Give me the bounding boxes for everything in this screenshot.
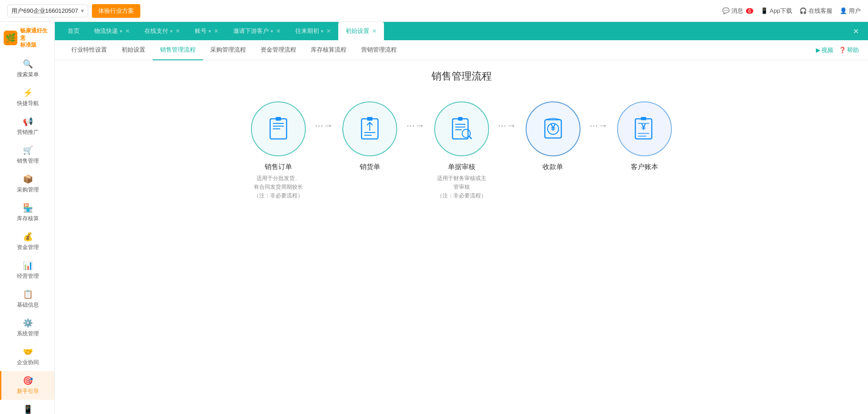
headset-icon: 🎧 xyxy=(799,7,807,14)
app-download-item[interactable]: 📱 App下载 xyxy=(761,7,792,15)
sidebar-label-marketing-promo: 营销推广 xyxy=(17,128,39,136)
sidebar-label-enterprise-coop: 企业协同 xyxy=(17,359,39,366)
account-close-icon[interactable]: ✕ xyxy=(214,28,218,34)
svg-rect-9 xyxy=(367,117,373,121)
nav-tab-initial-setup[interactable]: 初始设置 ✕ xyxy=(338,22,384,40)
initial-setup-close-icon[interactable]: ✕ xyxy=(372,28,377,34)
sidebar-item-marketing-promo[interactable]: 📢 营销推广 xyxy=(0,112,54,141)
sidebar-label-system-mgmt: 系统管理 xyxy=(17,330,39,338)
flow-step-sales-order-desc: 适用于分批发货、有合同发货周期较长（注：非必要流程） xyxy=(254,174,303,201)
sidebar-label-business-mgmt: 经营管理 xyxy=(17,272,39,280)
invite-arrow-icon: ▾ xyxy=(271,28,273,34)
nav-tab-period-initial[interactable]: 往来期初 ▾ ✕ xyxy=(288,22,338,40)
sidebar-item-purchase-mgmt[interactable]: 📦 采购管理 xyxy=(0,170,54,198)
nav-bar-close-btn[interactable]: ✕ xyxy=(849,27,863,36)
content-area: 首页 物流快递 ▾ ✕ 在线支付 ▾ ✕ 账号 ▾ ✕ 邀请下游客户 ▾ ✕ xyxy=(55,22,868,414)
help-action[interactable]: ❓ 帮助 xyxy=(839,46,859,54)
flow-step-receipt[interactable]: ¥ 收款单 xyxy=(517,101,590,174)
top-bar: 用户690企业1660120507 ▾ 体验行业方案 💬 消息 6 📱 App下… xyxy=(0,0,868,22)
sidebar-item-business-mgmt[interactable]: 📊 经营管理 xyxy=(0,256,54,285)
svg-rect-24 xyxy=(641,117,646,120)
sub-tab-inventory-flow-label: 库存核算流程 xyxy=(311,46,346,54)
online-service-label: 在线客服 xyxy=(809,7,832,15)
nav-tab-payment[interactable]: 在线支付 ▾ ✕ xyxy=(137,22,187,40)
system-mgmt-icon: ⚙️ xyxy=(23,318,33,328)
app-download-label: App下载 xyxy=(770,7,792,15)
period-close-icon[interactable]: ✕ xyxy=(326,28,331,34)
sub-tab-purchase-flow[interactable]: 采购管理流程 xyxy=(203,40,253,60)
sidebar-item-sales-mgmt[interactable]: 🛒 销售管理 xyxy=(0,141,54,170)
help-label: 帮助 xyxy=(847,46,859,54)
logo-icon: 🌿 xyxy=(4,31,17,45)
user-selector[interactable]: 用户690企业1660120507 ▾ xyxy=(7,5,88,17)
account-arrow-icon: ▾ xyxy=(208,28,211,34)
sidebar-logo: 🌿 畅康通好生意标准版 xyxy=(0,22,54,54)
invite-close-icon[interactable]: ✕ xyxy=(276,28,281,34)
sidebar-label-purchase-mgmt: 采购管理 xyxy=(17,186,39,194)
svg-text:¥: ¥ xyxy=(641,122,646,132)
period-arrow-icon: ▾ xyxy=(321,28,324,34)
sub-tab-initial-setup[interactable]: 初始设置 xyxy=(114,40,153,60)
arrow-3: ···→ xyxy=(498,101,517,132)
flow-step-sales-delivery[interactable]: 销货单 xyxy=(333,101,406,174)
svg-rect-4 xyxy=(276,117,281,121)
message-label: 消息 xyxy=(731,7,743,15)
marketing-promo-icon: 📢 xyxy=(23,117,33,127)
business-mgmt-icon: 📊 xyxy=(23,260,33,271)
sidebar-item-quick-nav[interactable]: ⚡ 快捷导航 xyxy=(0,83,54,112)
arrow-4: ···→ xyxy=(590,101,608,132)
nav-tab-invite-downstream-label: 邀请下游客户 xyxy=(233,27,269,35)
page-title: 销售管理流程 xyxy=(73,69,850,83)
flow-step-doc-review-desc: 适用于财务审核或主管审核（注：非必要流程） xyxy=(437,174,486,201)
flow-circle-sales-delivery xyxy=(342,101,397,156)
sidebar-item-enterprise-coop[interactable]: 🤝 企业协同 xyxy=(0,342,54,371)
sub-tab-inventory-flow[interactable]: 库存核算流程 xyxy=(304,40,354,60)
nav-tab-account[interactable]: 账号 ▾ ✕ xyxy=(187,22,226,40)
flow-step-doc-review[interactable]: 单据审核 适用于财务审核或主管审核（注：非必要流程） xyxy=(425,101,498,201)
flow-step-sales-order[interactable]: 销售订单 适用于分批发货、有合同发货周期较长（注：非必要流程） xyxy=(242,101,315,201)
flow-step-customer-ledger[interactable]: ¥ 客户账本 xyxy=(608,101,681,174)
message-icon: 💬 xyxy=(722,7,730,14)
flow-circle-doc-review xyxy=(434,101,489,156)
nav-tab-home-label: 首页 xyxy=(68,27,80,35)
sidebar-item-app-center[interactable]: 📱 应用中心 xyxy=(0,400,54,414)
flow-circle-receipt: ¥ xyxy=(526,101,580,156)
sub-tab-marketing-flow[interactable]: 营销管理流程 xyxy=(354,40,404,60)
online-service-item[interactable]: 🎧 在线客服 xyxy=(799,7,832,15)
payment-close-icon[interactable]: ✕ xyxy=(176,28,180,34)
sidebar-item-search[interactable]: 🔍 搜索菜单 xyxy=(0,54,54,83)
sidebar-label-finance: 资金管理 xyxy=(17,244,39,251)
sub-tab-sales-flow[interactable]: 销售管理流程 xyxy=(153,40,203,60)
username-label: 用户 xyxy=(849,7,861,15)
logistics-close-icon[interactable]: ✕ xyxy=(125,28,130,34)
sub-tab-finance-flow[interactable]: 资金管理流程 xyxy=(253,40,304,60)
sidebar-item-finance[interactable]: 💰 资金管理 xyxy=(0,227,54,256)
sidebar-item-inventory[interactable]: 🏪 库存核算 xyxy=(0,198,54,227)
sidebar-item-system-mgmt[interactable]: ⚙️ 系统管理 xyxy=(0,313,54,342)
nav-tab-account-label: 账号 xyxy=(195,27,207,35)
message-item[interactable]: 💬 消息 6 xyxy=(722,7,753,15)
sidebar-item-newbie-guide[interactable]: 🎯 新手引导 xyxy=(0,371,54,400)
nav-tab-logistics[interactable]: 物流快递 ▾ ✕ xyxy=(87,22,137,40)
video-action[interactable]: ▶ 视频 xyxy=(816,46,833,54)
quick-nav-icon: ⚡ xyxy=(23,88,33,98)
app-center-icon: 📱 xyxy=(23,404,33,414)
sales-mgmt-icon: 🛒 xyxy=(23,145,33,155)
arrow-1: ···→ xyxy=(315,101,333,132)
sub-tab-industry-settings[interactable]: 行业特性设置 xyxy=(64,40,114,60)
sub-tab-marketing-flow-label: 营销管理流程 xyxy=(361,46,397,54)
logistics-arrow-icon: ▾ xyxy=(120,28,122,34)
sub-tab-finance-flow-label: 资金管理流程 xyxy=(261,46,296,54)
sidebar-label-basic-info: 基础信息 xyxy=(17,301,39,309)
nav-tab-home[interactable]: 首页 xyxy=(60,22,87,40)
newbie-guide-icon: 🎯 xyxy=(23,376,33,386)
purchase-mgmt-icon: 📦 xyxy=(23,174,33,184)
trial-button[interactable]: 体验行业方案 xyxy=(92,4,140,18)
sidebar-item-basic-info[interactable]: 📋 基础信息 xyxy=(0,285,54,313)
payment-arrow-icon: ▾ xyxy=(170,28,173,34)
user-avatar-item[interactable]: 👤 用户 xyxy=(840,7,861,15)
play-icon: ▶ xyxy=(816,47,820,53)
nav-tab-invite-downstream[interactable]: 邀请下游客户 ▾ ✕ xyxy=(226,22,288,40)
search-icon: 🔍 xyxy=(23,59,33,69)
arrow-2: ···→ xyxy=(406,101,425,132)
